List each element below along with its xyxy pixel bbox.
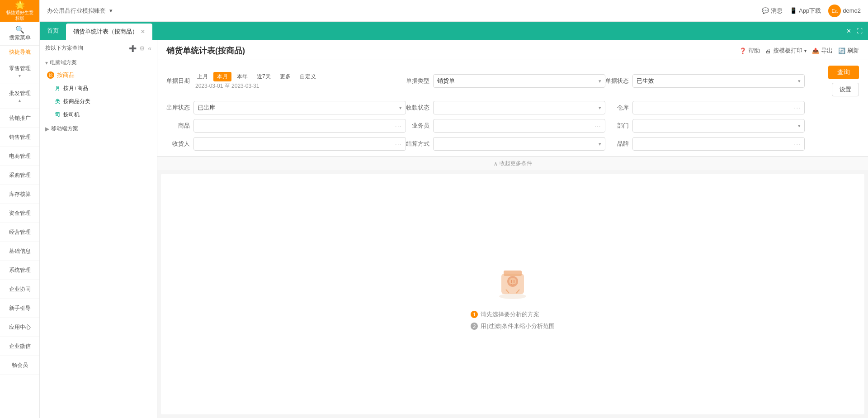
- sidebar-item-retail[interactable]: 零售管理 ▾: [0, 59, 39, 84]
- collapse-panel-icon[interactable]: «: [148, 45, 151, 52]
- date-btn-this-month[interactable]: 本月: [213, 72, 231, 81]
- brand-input[interactable]: ···: [632, 137, 805, 151]
- tree-item-by-category[interactable]: 类 按商品分类: [40, 95, 157, 108]
- warehouse-label: 仓库: [605, 104, 632, 112]
- sidebar-item-sales[interactable]: 销售管理: [0, 128, 39, 147]
- sidebar-item-appcenter[interactable]: 应用中心: [0, 318, 39, 337]
- tab-home[interactable]: 首页: [40, 22, 66, 40]
- tab-home-label: 首页: [47, 27, 59, 35]
- tree-item-by-product[interactable]: 按 按商品: [40, 68, 157, 82]
- dept-input[interactable]: ▾: [632, 119, 805, 133]
- sidebar-item-wholesale[interactable]: 批发管理 ▲: [0, 84, 39, 109]
- tab-sales-stat[interactable]: 销货单统计表（按商品） ✕: [66, 24, 152, 40]
- logo-text: 畅捷通好生意: [6, 10, 33, 15]
- filter-out-status: 出库状态 已出库 ▾: [166, 101, 406, 114]
- date-btn-custom[interactable]: 自定义: [296, 72, 320, 81]
- window-maximize-icon[interactable]: ⛶: [857, 28, 863, 34]
- warehouse-input[interactable]: ···: [632, 101, 805, 114]
- app-download-btn[interactable]: 📱 App下载: [790, 7, 821, 15]
- help-btn[interactable]: ❓ 帮助: [739, 47, 760, 55]
- page-title: 销货单统计表(按商品): [166, 45, 245, 56]
- quick-nav-item[interactable]: 快捷导航: [0, 46, 39, 59]
- collapse-up-icon: ∧: [494, 161, 498, 167]
- tree-item-by-driver[interactable]: 司 按司机: [40, 108, 157, 121]
- out-status-arrow: ▾: [399, 105, 402, 111]
- tree-item-by-month-product[interactable]: 月 按月+商品: [40, 82, 157, 95]
- product-input[interactable]: ···: [193, 119, 406, 133]
- sidebar-item-ecommerce[interactable]: 电商管理: [0, 147, 39, 166]
- receipt-status-input[interactable]: ▾: [433, 101, 605, 114]
- sidebar-item-finance[interactable]: 资金管理: [0, 204, 39, 223]
- top-header: 办公用品行业模拟账套 ▾ 💬 消息 📱 App下载 Ea demo2: [40, 0, 868, 22]
- edit-scheme-icon[interactable]: ⚙: [139, 45, 145, 52]
- sidebar-item-wechat[interactable]: 企业微信: [0, 337, 39, 356]
- template-print-btn[interactable]: 🖨 按模板打印 ▾: [765, 47, 807, 55]
- search-label: 搜索菜单: [0, 34, 39, 42]
- salesperson-input[interactable]: ···: [433, 119, 605, 133]
- tab-bar: 首页 销货单统计表（按商品） ✕ ✕ ⛶: [40, 22, 868, 40]
- logo-icon: 🌟: [15, 0, 25, 10]
- salesperson-label: 业务员: [406, 122, 433, 130]
- sidebar-item-marketing[interactable]: 营销推广: [0, 109, 39, 128]
- date-btn-last-month[interactable]: 上月: [193, 72, 212, 81]
- user-profile-btn[interactable]: Ea demo2: [828, 5, 861, 17]
- sidebar-item-enterprise[interactable]: 企业协同: [0, 280, 39, 299]
- message-icon: 💬: [762, 7, 769, 14]
- set-button[interactable]: 设置: [832, 83, 859, 96]
- recipient-input[interactable]: ···: [193, 137, 406, 151]
- sidebar-logo[interactable]: 🌟 畅捷通好生意 标版: [0, 0, 39, 22]
- export-btn[interactable]: 📤 导出: [812, 47, 833, 55]
- add-scheme-icon[interactable]: ➕: [129, 45, 137, 52]
- doc-type-value: 销货单: [437, 77, 455, 85]
- left-panel-title: 按以下方案查询: [45, 44, 83, 52]
- brand-dots: ···: [794, 140, 801, 147]
- wholesale-label: 批发管理: [9, 90, 31, 97]
- content-area: 按以下方案查询 ➕ ⚙ « ▾ 电脑端方案 按 按商品 月 按月+商: [40, 40, 868, 418]
- filter-receipt-status: 收款状态 ▾: [406, 101, 605, 114]
- date-btn-this-year[interactable]: 本年: [233, 72, 251, 81]
- message-btn[interactable]: 💬 消息: [762, 7, 783, 15]
- sidebar-item-operation[interactable]: 经营管理: [0, 223, 39, 242]
- sidebar-item-inventory[interactable]: 库存核算: [0, 185, 39, 204]
- query-button[interactable]: 查询: [828, 66, 859, 79]
- message-label: 消息: [771, 7, 783, 15]
- filter-recipient: 收货人 ···: [166, 137, 406, 151]
- brand-label: 品牌: [605, 140, 632, 148]
- doc-status-input[interactable]: 已生效 ▾: [632, 74, 805, 88]
- collapse-bar[interactable]: ∧ 收起更多条件: [157, 157, 868, 170]
- help-label: 帮助: [748, 47, 760, 55]
- tip-1: 1 请先选择要分析的方案: [471, 310, 554, 318]
- driver-label: 按司机: [63, 111, 80, 119]
- svg-point-0: [499, 294, 526, 299]
- pc-section[interactable]: ▾ 电脑端方案: [40, 55, 157, 68]
- tip-1-label: 请先选择要分析的方案: [481, 310, 539, 318]
- tab-close-icon[interactable]: ✕: [141, 28, 145, 35]
- appcenter-label: 应用中心: [9, 323, 31, 331]
- app-download-label: App下载: [799, 7, 821, 15]
- driver-icon: 司: [54, 112, 61, 118]
- sidebar-item-purchase[interactable]: 采购管理: [0, 166, 39, 185]
- mobile-section[interactable]: ▶ 移动端方案: [40, 121, 157, 134]
- search-menu-item[interactable]: 🔍 搜索菜单: [0, 22, 39, 46]
- operation-label: 经营管理: [9, 228, 31, 236]
- by-product-icon: 按: [47, 71, 54, 79]
- out-status-input[interactable]: 已出库 ▾: [193, 101, 406, 114]
- panel-header-icons: ➕ ⚙ «: [129, 45, 151, 52]
- month-product-icon: 月: [54, 86, 61, 92]
- sidebar-item-guide[interactable]: 新手引导: [0, 299, 39, 318]
- filter-warehouse: 仓库 ···: [605, 101, 805, 114]
- sidebar-item-basic[interactable]: 基础信息: [0, 242, 39, 261]
- tab-sales-stat-label: 销货单统计表（按商品）: [73, 28, 138, 36]
- window-close-icon[interactable]: ✕: [846, 28, 851, 34]
- doc-type-input[interactable]: 销货单 ▾: [433, 74, 605, 88]
- print-arrow[interactable]: ▾: [804, 48, 807, 53]
- out-status-label: 出库状态: [166, 104, 193, 112]
- sidebar-item-member[interactable]: 畅会员: [0, 356, 39, 375]
- nav-arrow[interactable]: ▾: [109, 7, 113, 14]
- right-panel: 销货单统计表(按商品) ❓ 帮助 🖨 按模板打印 ▾ 📤 导出: [157, 40, 868, 418]
- payment-input[interactable]: ▾: [433, 137, 605, 151]
- date-btn-7days[interactable]: 近7天: [253, 72, 274, 81]
- sidebar-item-system[interactable]: 系统管理: [0, 261, 39, 280]
- refresh-btn[interactable]: 🔄 刷新: [838, 47, 859, 55]
- date-btn-more[interactable]: 更多: [276, 72, 294, 81]
